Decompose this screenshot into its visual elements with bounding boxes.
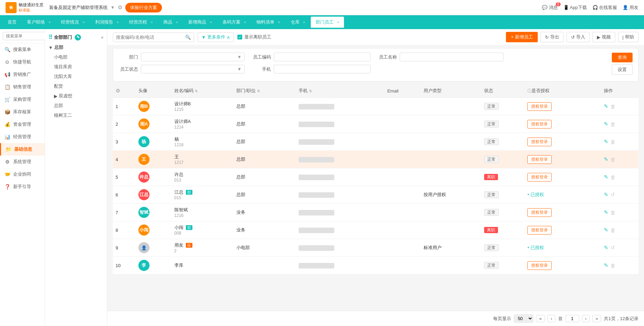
sidebar-item-system[interactable]: ⚙ 系统管理 [0, 156, 45, 168]
edit-icon[interactable]: ✎ [604, 174, 608, 180]
next-page-button[interactable]: › [582, 315, 590, 322]
close-icon[interactable]: × [117, 20, 119, 24]
collapse-icon[interactable]: « [101, 35, 103, 40]
dept-select[interactable]: ▼ [141, 53, 245, 61]
page-number-input[interactable] [565, 315, 579, 322]
app-download[interactable]: 📱 App下载 [563, 5, 587, 11]
tab-profit[interactable]: 利润报告 × [90, 17, 124, 28]
col-dept[interactable]: 部门/职位 ⇅ [234, 84, 296, 98]
employee-search-input[interactable] [113, 33, 182, 42]
close-icon[interactable]: × [151, 20, 153, 24]
close-icon[interactable]: × [210, 20, 212, 24]
delete-icon[interactable]: 🗑 [610, 121, 616, 127]
delete-icon[interactable]: 🗑 [610, 174, 616, 180]
col-settings[interactable]: ⚙ [113, 84, 136, 98]
tab-process[interactable]: 经营历程 × [124, 17, 157, 28]
last-page-button[interactable]: » [592, 315, 601, 322]
delete-icon[interactable]: 🗑 [610, 227, 616, 233]
auth-button[interactable]: 授权登录 [527, 173, 552, 182]
sidebar-item-marketing[interactable]: 📢 营销推广 [0, 68, 45, 81]
tab-home[interactable]: 首页 [3, 17, 21, 28]
tab-goods[interactable]: 商品 × [158, 17, 183, 28]
tab-operation[interactable]: 经营情况 × [56, 17, 89, 28]
tab-barcode[interactable]: 条码方案 × [218, 17, 251, 28]
close-icon[interactable]: × [48, 20, 51, 24]
column-settings-icon[interactable]: ⚙ [116, 88, 120, 94]
edit-icon[interactable]: ✎ [604, 227, 608, 233]
sidebar-item-guide[interactable]: ❓ 新手引导 [0, 180, 45, 193]
dept-node-xiangmu[interactable]: 项目库房 [45, 62, 107, 72]
dept-node-zongbu[interactable]: 总部 [45, 101, 107, 111]
edit-icon[interactable]: ✎ [604, 121, 608, 127]
delete-icon[interactable]: 🗑 [610, 157, 616, 162]
edit-icon[interactable]: ✎ [604, 139, 608, 145]
close-icon[interactable]: × [82, 20, 84, 24]
dept-node-shuangxu[interactable]: ▶ 双虚想 [45, 91, 107, 101]
first-page-button[interactable]: « [536, 315, 545, 322]
phone-input[interactable] [274, 65, 371, 73]
edit-icon[interactable]: ✎ [604, 245, 608, 251]
add-employee-button[interactable]: + 新增员工 [506, 32, 537, 42]
close-icon[interactable]: × [278, 20, 280, 24]
sidebar-item-basicinfo[interactable]: 📁 基础信息 [0, 143, 45, 156]
close-icon[interactable]: × [337, 20, 339, 24]
edit-icon[interactable]: ✎ [604, 192, 608, 198]
delete-icon[interactable]: ↺ [610, 245, 615, 251]
user-avatar[interactable]: 👤 用友 [623, 5, 638, 11]
auth-button[interactable]: 授权登录 [527, 226, 552, 235]
dept-node-xiaodian[interactable]: 小电部 [45, 52, 107, 62]
online-service[interactable]: 🎧 在线客服 [592, 5, 617, 11]
show-former-employee[interactable]: ✓ 显示离职员工 [237, 34, 271, 40]
export-button[interactable]: ↻ 导出 [541, 32, 564, 42]
message-icon-wrap[interactable]: 💬 6 消息 [542, 5, 558, 11]
trial-button[interactable]: 体验行业方案 [125, 3, 162, 12]
auth-button[interactable]: 授权登录 [527, 261, 552, 270]
import-button[interactable]: ↺ 导入 [566, 32, 590, 42]
delete-icon[interactable]: 🗑 [610, 210, 616, 215]
delete-icon[interactable]: ↺ [610, 192, 615, 198]
prev-page-button[interactable]: ‹ [547, 315, 555, 322]
edit-dept-icon[interactable]: ✎ [75, 34, 81, 41]
search-button[interactable]: 查询 [612, 53, 633, 62]
edit-icon[interactable]: ✎ [604, 103, 608, 109]
dropdown-arrow-icon[interactable]: ▼ [110, 5, 115, 10]
auth-button[interactable]: 授权登录 [527, 208, 552, 217]
reset-button[interactable]: 设置 [612, 64, 633, 75]
sidebar-item-search[interactable]: 🔍 搜索菜单 [0, 43, 45, 56]
settings-icon[interactable]: ⚙ [118, 4, 123, 11]
sidebar-item-quicknav[interactable]: ⊙ 快捷导航 [0, 56, 45, 68]
sidebar-item-finance[interactable]: 💰 资金管理 [0, 118, 45, 131]
col-name[interactable]: 姓名/编码 ⇅ [172, 84, 234, 98]
per-page-select[interactable]: 50 100 [514, 315, 533, 323]
emp-name-input[interactable] [400, 53, 504, 61]
auth-button[interactable]: 授权登录 [527, 138, 552, 146]
auth-button[interactable]: 授权登录 [527, 120, 552, 129]
dept-node-zhishu[interactable]: 植树王二 [45, 111, 107, 120]
dept-node-peihuo[interactable]: 配货 [45, 81, 107, 91]
edit-icon[interactable]: ✎ [604, 209, 608, 215]
tab-warehouse[interactable]: 仓库 × [286, 17, 310, 28]
col-phone[interactable]: 手机 ⇅ [296, 84, 384, 98]
tab-customer[interactable]: 客户联络 × [22, 17, 55, 28]
more-filter-button[interactable]: ▼ 更多条件 ∧ [198, 32, 234, 42]
emp-code-input[interactable] [274, 53, 371, 61]
dept-node-shenyang[interactable]: 沈阳大库 [45, 72, 107, 81]
close-icon[interactable]: × [303, 20, 305, 24]
help-button[interactable]: | 帮助 [618, 32, 638, 42]
tab-new-goods[interactable]: 新增商品 × [183, 17, 217, 28]
tab-department[interactable]: 部门员工 × [311, 17, 344, 28]
sidebar-item-purchase[interactable]: 🛒 采购管理 [0, 93, 45, 106]
edit-icon[interactable]: ✎ [604, 156, 608, 162]
sidebar-item-sales[interactable]: 📋 销售管理 [0, 81, 45, 93]
sidebar-item-collab[interactable]: 🤝 企业协同 [0, 168, 45, 180]
edit-icon[interactable]: ✎ [604, 262, 608, 268]
sidebar-item-inventory[interactable]: 📦 库存核算 [0, 106, 45, 118]
tab-bom[interactable]: 物料清单 × [252, 17, 285, 28]
close-icon[interactable]: × [176, 20, 178, 24]
sidebar-item-operations[interactable]: 📊 经营管理 [0, 131, 45, 143]
delete-icon[interactable]: 🗑 [610, 139, 616, 145]
dept-node-parent[interactable]: ▼ 总部 [45, 43, 107, 52]
view-button[interactable]: ▶ 视频 [592, 32, 615, 42]
delete-icon[interactable]: 🗑 [610, 104, 616, 109]
employee-search-button[interactable]: 🔍 [182, 33, 194, 42]
